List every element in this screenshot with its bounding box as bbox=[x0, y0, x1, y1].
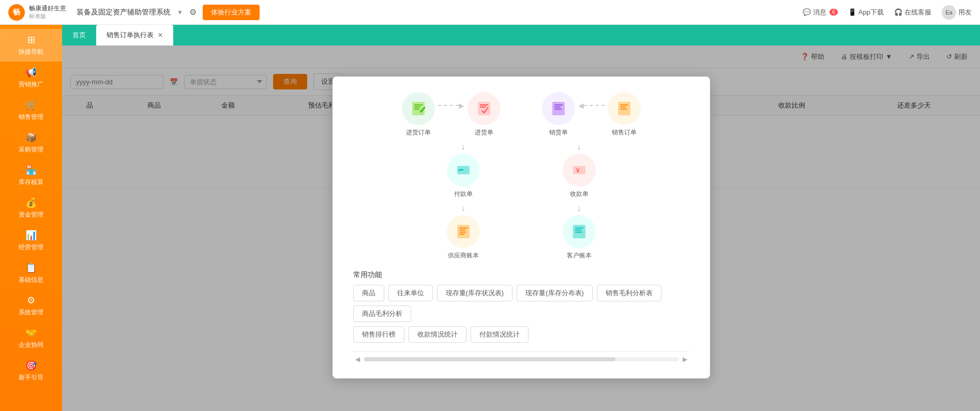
svg-text:¥: ¥ bbox=[576, 167, 580, 174]
sidebar-item-label: 系统管理 bbox=[19, 308, 43, 317]
flow-label-purchase-bill: 进货单 bbox=[475, 128, 493, 137]
sidebar-item-basic[interactable]: 📋 基础信息 bbox=[0, 257, 62, 290]
btn-payment-stat[interactable]: 付款情况统计 bbox=[471, 326, 529, 343]
main-layout: ⊞ 快捷导航 📢 营销推广 🛒 销售管理 📦 采购管理 🏪 库存核算 💰 资金管… bbox=[0, 25, 980, 411]
svg-rect-24 bbox=[459, 234, 464, 235]
sidebar-item-label: 快捷导航 bbox=[19, 48, 43, 56]
btn-sales-gross[interactable]: 销售毛利分析表 bbox=[597, 285, 661, 301]
flow-node-supplier-account: 供应商账本 bbox=[447, 215, 480, 260]
scroll-track[interactable] bbox=[364, 357, 679, 361]
btn-stock-status[interactable]: 现存量(库存状况表) bbox=[437, 285, 513, 301]
flow-node-sales-order: 销售订单 bbox=[608, 92, 641, 137]
top-bar-right: 💬 消息 6 📱 App下载 🎧 在线客服 Ea 用友 bbox=[803, 5, 972, 20]
headset-icon: 🎧 bbox=[894, 8, 902, 16]
modal-dialog: 进货订单 ▶ 进货单 bbox=[333, 77, 710, 378]
flow-label-purchase-order: 进货订单 bbox=[406, 128, 431, 137]
svg-rect-10 bbox=[554, 109, 562, 110]
scroll-left-arrow-icon[interactable]: ◀ bbox=[353, 356, 362, 363]
svg-rect-8 bbox=[554, 104, 563, 105]
flow-node-purchase-bill: 进货单 bbox=[468, 92, 501, 137]
overlay[interactable]: 进货订单 ▶ 进货单 bbox=[62, 45, 980, 411]
common-functions-title: 常用功能 bbox=[353, 270, 689, 280]
guide-icon: 🎯 bbox=[25, 360, 37, 371]
flow-node-sales-bill: 销货单 bbox=[542, 92, 575, 137]
sidebar-item-sales[interactable]: 🛒 销售管理 bbox=[0, 94, 62, 127]
top-bar: 畅 畅康通好生意 标准版 装备及固定资产辅助管理系统 ▼ ⚙ 体验行业方案 💬 … bbox=[0, 0, 980, 25]
try-button[interactable]: 体验行业方案 bbox=[203, 5, 260, 20]
svg-rect-27 bbox=[575, 230, 581, 231]
svg-rect-9 bbox=[554, 106, 561, 108]
flow-node-purchase-order: 进货订单 bbox=[402, 92, 435, 137]
sidebar-item-enterprise[interactable]: 🤝 企业协同 bbox=[0, 322, 62, 355]
svg-rect-23 bbox=[459, 232, 466, 233]
logo-text: 畅康通好生意 标准版 bbox=[29, 5, 66, 20]
sidebar-item-label: 资金管理 bbox=[19, 210, 43, 219]
flow-label-receipt-bill: 收款单 bbox=[570, 190, 589, 199]
content-area: 首页 销售订单执行表 ✕ ❓ 帮助 🖨 按模板打印 ▼ bbox=[62, 25, 980, 411]
flow-label-supplier-account: 供应商账本 bbox=[448, 251, 479, 260]
svg-rect-28 bbox=[575, 232, 582, 233]
dropdown-arrow-icon[interactable]: ▼ bbox=[177, 9, 183, 16]
btn-sales-rank[interactable]: 销售排行榜 bbox=[353, 326, 404, 343]
flow-label-sales-order: 销售订单 bbox=[612, 128, 637, 137]
message-icon: 💬 bbox=[803, 8, 811, 16]
svg-rect-13 bbox=[620, 106, 626, 108]
sidebar-item-purchase[interactable]: 📦 采购管理 bbox=[0, 127, 62, 159]
svg-rect-12 bbox=[620, 104, 628, 105]
flow-label-sales-bill: 销货单 bbox=[549, 128, 568, 137]
svg-rect-21 bbox=[459, 227, 468, 229]
app-download-button[interactable]: 📱 App下载 bbox=[848, 8, 884, 17]
sidebar-item-marketing[interactable]: 📢 营销推广 bbox=[0, 62, 62, 94]
settings-icon[interactable]: ⚙ bbox=[189, 7, 197, 17]
sidebar-item-finance[interactable]: 💰 资金管理 bbox=[0, 192, 62, 224]
flow-label-payment-bill: 付款单 bbox=[454, 190, 473, 199]
sidebar-item-inventory[interactable]: 🏪 库存核算 bbox=[0, 159, 62, 192]
page-content: ❓ 帮助 🖨 按模板打印 ▼ ↗ 导出 ↺ 刷新 bbox=[62, 45, 980, 411]
scroll-thumb bbox=[364, 357, 615, 361]
sidebar-item-system[interactable]: ⚙ 系统管理 bbox=[0, 290, 62, 322]
flow-label-customer-account: 客户账本 bbox=[567, 251, 592, 260]
sidebar-item-label: 经营管理 bbox=[19, 243, 43, 252]
sidebar-item-label: 采购管理 bbox=[19, 145, 43, 154]
store-icon: 🏪 bbox=[25, 164, 37, 176]
flow-node-payment-bill: ¥ 付款单 bbox=[447, 154, 480, 199]
sidebar-item-newbie[interactable]: 🎯 新手引导 bbox=[0, 355, 62, 387]
svg-rect-22 bbox=[459, 230, 465, 231]
btn-product-gross[interactable]: 商品毛利分析 bbox=[353, 306, 411, 322]
sidebar-item-label: 库存核算 bbox=[19, 178, 43, 187]
svg-rect-2 bbox=[414, 106, 420, 108]
online-service-button[interactable]: 🎧 在线客服 bbox=[894, 8, 931, 17]
scroll-right-arrow-icon[interactable]: ▶ bbox=[681, 356, 689, 363]
svg-rect-3 bbox=[414, 109, 419, 110]
btn-stock-dist[interactable]: 现存量(库存分布表) bbox=[517, 285, 593, 301]
sidebar: ⊞ 快捷导航 📢 营销推广 🛒 销售管理 📦 采购管理 🏪 库存核算 💰 资金管… bbox=[0, 25, 62, 411]
sidebar-item-label: 销售管理 bbox=[19, 113, 43, 121]
svg-rect-26 bbox=[575, 227, 583, 229]
svg-text:¥: ¥ bbox=[458, 168, 461, 173]
box-icon: 📦 bbox=[25, 132, 37, 143]
sidebar-item-label: 新手引导 bbox=[19, 373, 43, 382]
sidebar-item-label: 企业协同 bbox=[19, 341, 43, 349]
common-functions-section: 常用功能 商品 往来单位 现存量(库存状况表) 现存量(库存分布表) 销售毛利分… bbox=[353, 270, 689, 343]
list-icon: 📋 bbox=[25, 262, 37, 273]
svg-rect-5 bbox=[480, 104, 488, 105]
tab-close-icon[interactable]: ✕ bbox=[158, 32, 163, 39]
logo-area: 畅 畅康通好生意 标准版 bbox=[8, 4, 70, 21]
svg-rect-6 bbox=[480, 106, 486, 108]
flow-node-customer-account: 客户账本 bbox=[563, 215, 596, 260]
btn-product[interactable]: 商品 bbox=[353, 285, 384, 301]
tab-home[interactable]: 首页 bbox=[62, 25, 96, 45]
gear-icon: ⚙ bbox=[27, 295, 35, 306]
flow-node-receipt-bill: ¥ 收款单 bbox=[563, 154, 596, 199]
sidebar-item-label: 营销推广 bbox=[19, 80, 43, 89]
user-menu[interactable]: Ea 用友 bbox=[942, 5, 972, 20]
message-button[interactable]: 💬 消息 6 bbox=[803, 8, 838, 17]
btn-partner[interactable]: 往来单位 bbox=[388, 285, 433, 301]
logo-icon: 畅 bbox=[8, 4, 25, 21]
sidebar-item-operation[interactable]: 📊 经营管理 bbox=[0, 224, 62, 257]
common-buttons-row2: 销售排行榜 收款情况统计 付款情况统计 bbox=[353, 326, 689, 343]
btn-receipt-stat[interactable]: 收款情况统计 bbox=[409, 326, 466, 343]
common-buttons-row1: 商品 往来单位 现存量(库存状况表) 现存量(库存分布表) 销售毛利分析表 商品… bbox=[353, 285, 689, 322]
tab-sales-exec[interactable]: 销售订单执行表 ✕ bbox=[96, 25, 173, 45]
sidebar-item-quick-nav[interactable]: ⊞ 快捷导航 bbox=[0, 29, 62, 62]
